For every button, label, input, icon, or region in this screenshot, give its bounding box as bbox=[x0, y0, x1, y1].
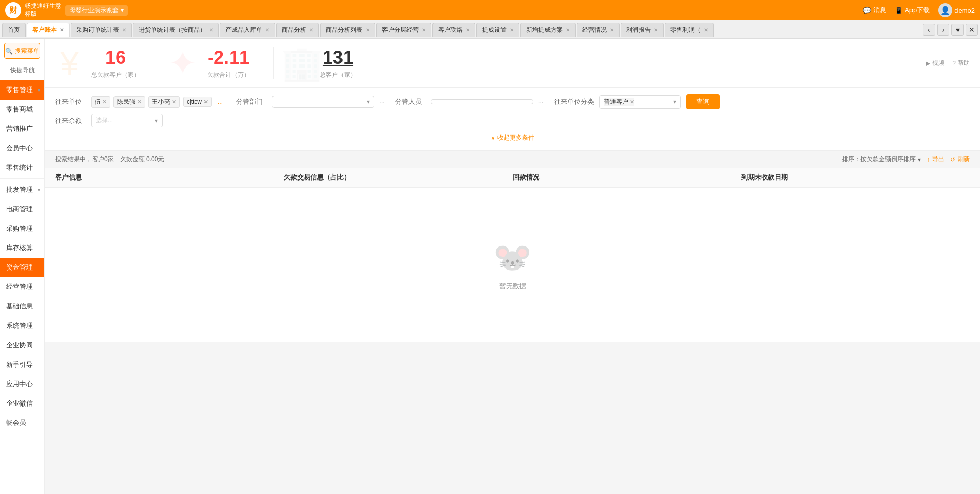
tab-close-operations[interactable]: ✕ bbox=[610, 27, 614, 33]
collapse-button[interactable]: ∧ 收起更多条件 bbox=[491, 131, 534, 144]
tab-close-retail-profit[interactable]: ✕ bbox=[704, 27, 708, 33]
search-menu-button[interactable]: 🔍 搜索菜单 bbox=[4, 43, 40, 59]
top-bar: 财 畅捷通好生意 标版 母婴行业演示账套 ▾ 💬 消息 📱 App下载 bbox=[0, 0, 980, 20]
tab-product-analysis-list[interactable]: 商品分析列表 ✕ bbox=[320, 23, 375, 37]
tab-close-commission[interactable]: ✕ bbox=[510, 27, 514, 33]
demo-selector[interactable]: 母婴行业演示账套 ▾ bbox=[65, 5, 128, 16]
app-download-button[interactable]: 📱 App下载 bbox=[895, 6, 930, 15]
tab-customer-tier[interactable]: 客户分层经营 ✕ bbox=[376, 23, 431, 37]
unit-category-tag-close[interactable]: ✕ bbox=[630, 99, 634, 105]
sidebar-item-new-user-guide[interactable]: 新手引导 bbox=[0, 355, 44, 374]
tag-close-wu[interactable]: ✕ bbox=[102, 99, 107, 105]
sidebar-item-retail-stats[interactable]: 零售统计 bbox=[0, 158, 44, 177]
sidebar-divider-2 bbox=[0, 178, 44, 179]
dept-extra-btn[interactable]: ··· bbox=[379, 98, 385, 106]
tab-product-analysis[interactable]: 商品分析 ✕ bbox=[276, 23, 319, 37]
tab-close-customer-balance[interactable]: ✕ bbox=[60, 27, 64, 33]
debt-total-label: 欠款合计（万） bbox=[207, 71, 250, 79]
chevron-right-icon: ▾ bbox=[38, 187, 40, 193]
sidebar-item-marketing[interactable]: 营销推广 bbox=[0, 119, 44, 139]
avatar: 👤 bbox=[938, 3, 952, 17]
tab-product-inbound[interactable]: 产成品入库单 ✕ bbox=[220, 23, 275, 37]
tab-close-product-inbound[interactable]: ✕ bbox=[265, 27, 269, 33]
sidebar-item-vip-member[interactable]: 畅会员 bbox=[0, 413, 44, 433]
sidebar-item-ecommerce-mgmt[interactable]: 电商管理 bbox=[0, 199, 44, 219]
logo-icon: 财 bbox=[5, 2, 21, 18]
tab-next-button[interactable]: › bbox=[937, 24, 949, 36]
sidebar-item-operations-mgmt[interactable]: 经营管理 bbox=[0, 277, 44, 297]
tab-customer-balance[interactable]: 客户账本 ✕ bbox=[27, 23, 70, 37]
tag-close-cjttcw[interactable]: ✕ bbox=[203, 99, 208, 105]
user-avatar-area[interactable]: 👤 demo2 bbox=[938, 3, 975, 17]
tab-customer-contact[interactable]: 客户联络 ✕ bbox=[432, 23, 475, 37]
tab-retail-profit[interactable]: 零售利润（ ✕ bbox=[665, 23, 714, 37]
message-icon: 💬 bbox=[863, 7, 871, 14]
tab-close-customer-tier[interactable]: ✕ bbox=[422, 27, 426, 33]
tab-purchase-order-stats[interactable]: 采购订单统计表 ✕ bbox=[71, 23, 132, 37]
tab-close-customer-contact[interactable]: ✕ bbox=[466, 27, 470, 33]
sidebar-nav-quick[interactable]: 快捷导航 bbox=[0, 63, 44, 78]
download-icon: 📱 bbox=[895, 7, 903, 14]
message-button[interactable]: 💬 消息 bbox=[863, 6, 886, 15]
tab-close-inbound[interactable]: ✕ bbox=[209, 27, 213, 33]
total-customers-label: 总客户（家） bbox=[320, 71, 356, 79]
sidebar-item-wholesale-mgmt[interactable]: 批发管理 ▾ bbox=[0, 180, 44, 199]
sidebar-item-retail-mall[interactable]: 零售商城 bbox=[0, 100, 44, 119]
sidebar-item-inventory-check[interactable]: 库存核算 bbox=[0, 238, 44, 258]
tab-operations[interactable]: 经营情况 ✕ bbox=[577, 23, 620, 37]
sidebar-divider-1 bbox=[0, 79, 44, 79]
tab-close-all-button[interactable]: ✕ bbox=[966, 24, 978, 36]
col-repayment: 回款情况 bbox=[513, 173, 741, 182]
sidebar-search-area: 🔍 搜索菜单 bbox=[0, 39, 44, 63]
video-help-button[interactable]: ▶ 视频 bbox=[926, 59, 944, 68]
tab-home[interactable]: 首页 bbox=[2, 23, 26, 37]
sidebar-item-system-mgmt[interactable]: 系统管理 bbox=[0, 316, 44, 335]
stats-header: ¥ 16 总欠款客户（家） ✦ -2.11 欠款合计（万） 🏢 bbox=[45, 39, 980, 88]
query-button[interactable]: 查询 bbox=[686, 94, 720, 109]
refresh-icon: ↺ bbox=[950, 156, 955, 163]
balance-select[interactable]: 选择... ▾ bbox=[91, 114, 163, 127]
unit-category-select[interactable]: 普通客户 ✕ ▾ bbox=[599, 95, 681, 109]
sidebar-item-finance-mgmt[interactable]: 资金管理 bbox=[0, 258, 44, 277]
refresh-button[interactable]: ↺ 刷新 bbox=[950, 155, 970, 164]
sidebar-item-retail-mgmt[interactable]: 零售管理 ▾ bbox=[0, 80, 44, 100]
dept-select[interactable]: ▾ bbox=[272, 96, 374, 108]
tag-close-chen[interactable]: ✕ bbox=[137, 99, 142, 105]
sort-label: 排序：按欠款金额倒序排序 bbox=[842, 155, 916, 164]
col-overdue-date: 到期未收款日期 bbox=[741, 173, 970, 182]
tab-close-purchase[interactable]: ✕ bbox=[122, 27, 126, 33]
tab-menu-button[interactable]: ▾ bbox=[951, 24, 964, 36]
filter-area: 往来单位 伍 ✕ 陈民强 ✕ 王小亮 ✕ bbox=[45, 88, 980, 151]
sidebar-item-member-center[interactable]: 会员中心 bbox=[0, 139, 44, 158]
sidebar-item-app-center[interactable]: 应用中心 bbox=[0, 374, 44, 394]
top-bar-right: 💬 消息 📱 App下载 👤 demo2 bbox=[863, 3, 975, 17]
tab-close-profit[interactable]: ✕ bbox=[654, 27, 658, 33]
tab-prev-button[interactable]: ‹ bbox=[923, 24, 935, 36]
sidebar-item-enterprise-collab[interactable]: 企业协同 bbox=[0, 335, 44, 355]
sort-select[interactable]: 排序：按欠款金额倒序排序 ▾ bbox=[842, 155, 921, 164]
sidebar-item-basic-info[interactable]: 基础信息 bbox=[0, 297, 44, 316]
table-empty-state: 🐭 暂无数据 bbox=[45, 188, 980, 342]
tab-close-product-analysis[interactable]: ✕ bbox=[309, 27, 313, 33]
tab-profit-report[interactable]: 利润报告 ✕ bbox=[621, 23, 664, 37]
help-button[interactable]: ? 帮助 bbox=[952, 59, 970, 68]
filter-tag-more[interactable]: ... bbox=[215, 97, 226, 106]
sidebar-item-purchase-mgmt[interactable]: 采购管理 bbox=[0, 219, 44, 238]
tab-commission-settings[interactable]: 提成设置 ✕ bbox=[476, 23, 519, 37]
tab-close-product-analysis-list[interactable]: ✕ bbox=[366, 27, 370, 33]
balance-filter-label: 往来余额 bbox=[55, 116, 86, 125]
tab-close-new-commission[interactable]: ✕ bbox=[566, 27, 570, 33]
export-button[interactable]: ↑ 导出 bbox=[927, 155, 944, 164]
tab-bar-actions: ‹ › ▾ ✕ bbox=[923, 24, 978, 36]
empty-text: 暂无数据 bbox=[499, 282, 526, 291]
tag-close-wang[interactable]: ✕ bbox=[172, 99, 176, 105]
tab-inbound-stats[interactable]: 进货单统计表（按商品） ✕ bbox=[133, 23, 219, 37]
filter-tag-wu: 伍 ✕ bbox=[91, 96, 110, 108]
filter-tag-wang: 王小亮 ✕ bbox=[148, 96, 180, 108]
filter-row-1: 往来单位 伍 ✕ 陈民强 ✕ 王小亮 ✕ bbox=[55, 94, 970, 109]
personnel-extra-btn[interactable]: ··· bbox=[538, 98, 544, 106]
chevron-down-icon: ▾ bbox=[121, 7, 124, 14]
sidebar-item-enterprise-wechat[interactable]: 企业微信 bbox=[0, 394, 44, 413]
personnel-select[interactable] bbox=[431, 99, 533, 104]
tab-new-commission-plan[interactable]: 新增提成方案 ✕ bbox=[520, 23, 576, 37]
